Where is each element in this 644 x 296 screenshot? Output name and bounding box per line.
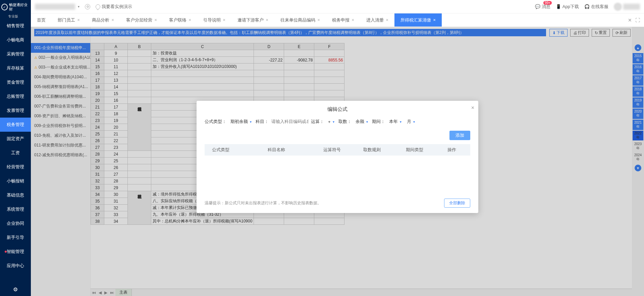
- modal-col-5: 操作: [433, 144, 470, 156]
- calc-select[interactable]: +▾: [327, 119, 336, 125]
- calc-label: 运算：: [311, 119, 324, 125]
- sidebar: ✓ 畅捷通好业财 专业版 销售管理小畅电商采购管理库存核算资金管理总账管理发票管…: [0, 0, 31, 296]
- messages-badge: 99+: [543, 1, 552, 5]
- tab-8[interactable]: 税务申报✕: [326, 13, 360, 27]
- logo-icon: ✓: [1, 4, 8, 10]
- tab-close-icon[interactable]: ✕: [77, 18, 80, 22]
- sidebar-item-8[interactable]: 固定资产: [0, 132, 31, 146]
- tab-close-icon[interactable]: ✕: [189, 18, 191, 22]
- close-tab-icon[interactable]: ✕: [628, 17, 632, 23]
- tab-0[interactable]: 首页: [31, 13, 52, 27]
- subject-input[interactable]: [271, 119, 308, 124]
- gear-icon[interactable]: ⚙: [85, 4, 90, 9]
- messages-button[interactable]: 💬 消息 99+: [535, 4, 550, 10]
- company-selector[interactable]: ▾: [35, 4, 79, 10]
- tab-close-icon[interactable]: ✕: [352, 18, 354, 22]
- brand-logo: ✓ 畅捷通好业财: [0, 0, 31, 14]
- sidebar-item-5[interactable]: 总账管理: [0, 89, 31, 103]
- download-label: App下载: [562, 4, 579, 10]
- period-year-select[interactable]: 本年▾: [388, 118, 403, 125]
- fetch-label: 取数：: [338, 119, 352, 125]
- tab-6[interactable]: 邀请下游客户✕: [231, 13, 274, 27]
- app-download-button[interactable]: 📱 App下载: [556, 4, 579, 10]
- modal-col-1: 科目名称: [236, 144, 316, 156]
- tab-3[interactable]: 客户分层经营✕: [120, 13, 163, 27]
- tab-5[interactable]: 引导说明✕: [197, 13, 231, 27]
- tab-4[interactable]: 客户联络✕: [163, 13, 197, 27]
- modal-col-0: 公式类型: [205, 144, 236, 156]
- tab-9[interactable]: 进入清册✕: [360, 13, 394, 27]
- tab-1[interactable]: 部门员工✕: [52, 13, 86, 27]
- sidebar-item-11[interactable]: 小畅报销: [0, 174, 31, 188]
- sidebar-item-16[interactable]: 智能管理: [0, 245, 31, 259]
- sidebar-item-0[interactable]: 销售管理: [0, 19, 31, 33]
- user-menu[interactable]: [614, 3, 640, 11]
- period-label: 期间：: [372, 119, 385, 125]
- tab-close-icon[interactable]: ✕: [433, 18, 436, 22]
- tab-7[interactable]: 往来单位商品编码✕: [274, 13, 326, 27]
- tab-close-icon[interactable]: ✕: [111, 18, 114, 22]
- formula-type-label: 公式类型：: [205, 119, 226, 125]
- bell-icon: 💬: [535, 4, 540, 9]
- tab-2[interactable]: 商品分析✕: [86, 13, 120, 27]
- period-month-select[interactable]: 月▾: [406, 118, 416, 125]
- chat-bubble-icon: [96, 4, 100, 9]
- sidebar-item-13[interactable]: 系统管理: [0, 202, 31, 216]
- service-label: 在线客服: [591, 4, 608, 10]
- sidebar-item-9[interactable]: 工资: [0, 146, 31, 160]
- headset-icon: 🎧: [584, 4, 590, 9]
- tab-close-icon[interactable]: ✕: [266, 18, 268, 22]
- sidebar-item-3[interactable]: 库存核算: [0, 61, 31, 75]
- topbar: ▾ ⚙ 我要看实例演示 💬 消息 99+ 📱 App下载 🎧 在线客服: [31, 0, 644, 13]
- sidebar-item-1[interactable]: 小畅电商: [0, 33, 31, 47]
- fetch-select[interactable]: 余额▾: [354, 118, 369, 125]
- sidebar-item-17[interactable]: 应用中心: [0, 259, 31, 273]
- demo-label: 我要看实例演示: [102, 4, 132, 10]
- formula-table: 公式类型科目名称运算符号取数规则期间类型操作: [205, 144, 470, 156]
- brand-name: 畅捷通好业财: [9, 3, 30, 11]
- tabs-actions: ✕ ⛶: [628, 17, 644, 23]
- tab-close-icon[interactable]: ✕: [154, 18, 157, 22]
- settings-gear-icon[interactable]: ⚙: [0, 283, 31, 296]
- sidebar-item-7[interactable]: 税务管理: [0, 118, 31, 132]
- sidebar-item-15[interactable]: 新手引导: [0, 230, 31, 245]
- avatar: [614, 3, 622, 11]
- sidebar-item-6[interactable]: 发票管理: [0, 103, 31, 118]
- online-service-button[interactable]: 🎧 在线客服: [584, 4, 608, 10]
- modal-close-icon[interactable]: ×: [471, 105, 474, 111]
- modal-tip: 温馨提示：新公式只对未出报表进行计算，不影响历史报表数据。: [205, 200, 321, 206]
- tab-close-icon[interactable]: ✕: [223, 18, 225, 22]
- tab-10[interactable]: 所得税汇算清缴✕: [394, 13, 442, 27]
- delete-all-button[interactable]: 全部删除: [444, 199, 470, 208]
- sidebar-item-12[interactable]: 基础信息: [0, 188, 31, 202]
- company-name-redacted: [35, 4, 75, 10]
- chevron-down-icon: ▾: [78, 5, 79, 8]
- brand-edition: 专业版: [0, 14, 31, 19]
- demo-link[interactable]: 我要看实例演示: [96, 4, 132, 10]
- phone-icon: 📱: [556, 4, 561, 9]
- tabs-bar: 首页部门员工✕商品分析✕客户分层经营✕客户联络✕引导说明✕邀请下游客户✕往来单位…: [31, 13, 644, 27]
- sidebar-item-2[interactable]: 采购管理: [0, 47, 31, 61]
- edit-formula-modal: 编辑公式 × 公式类型： 期初余额▾ 科目： 运算： +▾: [197, 101, 478, 213]
- add-button[interactable]: 添加: [449, 131, 470, 140]
- modal-title: 编辑公式: [327, 106, 347, 112]
- modal-col-4: 期间类型: [396, 144, 433, 156]
- sidebar-item-10[interactable]: 经营管理: [0, 160, 31, 174]
- sidebar-item-14[interactable]: 企业协同: [0, 216, 31, 230]
- sidebar-item-4[interactable]: 资金管理: [0, 75, 31, 89]
- tab-close-icon[interactable]: ✕: [386, 18, 388, 22]
- expand-icon[interactable]: ⛶: [635, 17, 640, 23]
- modal-col-2: 运算符号: [316, 144, 348, 156]
- formula-type-select[interactable]: 期初余额▾: [229, 118, 253, 125]
- modal-col-3: 取数规则: [348, 144, 396, 156]
- tab-close-icon[interactable]: ✕: [317, 18, 320, 22]
- username-redacted: [623, 4, 640, 10]
- subject-label: 科目：: [256, 119, 269, 125]
